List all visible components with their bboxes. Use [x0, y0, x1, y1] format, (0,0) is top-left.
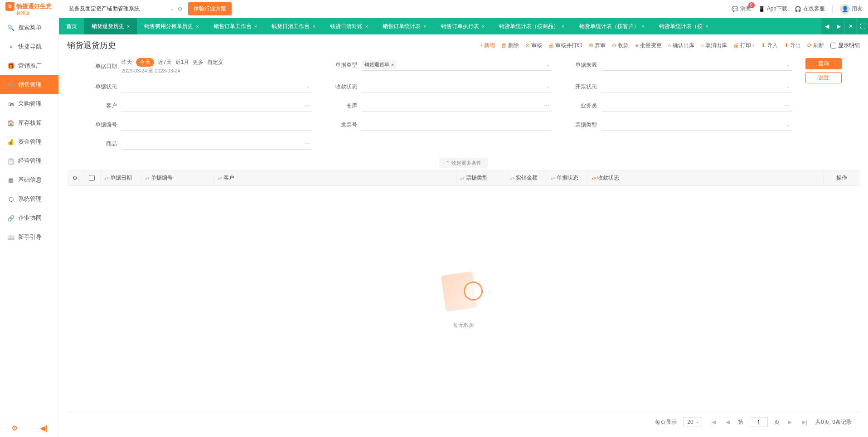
filter-product[interactable]: 商品 ⋯: [85, 137, 312, 151]
sidebar-item-money[interactable]: 💰资金管理: [0, 132, 58, 151]
tab-item[interactable]: 钱货日清工作台×: [264, 18, 322, 34]
tab-home[interactable]: 首页: [59, 18, 84, 34]
prev-page-button[interactable]: ◀: [724, 419, 732, 425]
delete-button[interactable]: 🗑删除: [501, 42, 519, 49]
tab-scroll-right[interactable]: ▶: [833, 18, 844, 34]
show-detail-checkbox[interactable]: 显示明细: [830, 42, 860, 49]
tab-item[interactable]: 销货退货历史×: [84, 18, 137, 34]
filter-invoice-no[interactable]: 发票号: [325, 118, 552, 131]
sidebar-item-compass[interactable]: ✧快捷导航: [0, 37, 58, 56]
tab-fullscreen[interactable]: ⛶: [856, 18, 868, 34]
filter-receive-status[interactable]: 收款状态 ⌄: [325, 80, 552, 93]
gear-icon[interactable]: ⚙: [178, 6, 183, 12]
column-bill-status[interactable]: ▴▾单据状态: [547, 170, 588, 185]
print-button[interactable]: 🖨打印▾: [733, 42, 755, 49]
try-industry-button[interactable]: 体验行业方案: [188, 2, 232, 15]
close-icon[interactable]: ×: [423, 24, 426, 29]
filter-bill-status[interactable]: 单据状态 ⌄: [85, 80, 312, 93]
sidebar-item-gift[interactable]: 🎁营销推广: [0, 56, 58, 75]
close-icon[interactable]: ×: [365, 24, 368, 29]
settings-icon[interactable]: ⚙: [11, 424, 18, 432]
filter-customer[interactable]: 客户 ⋯: [85, 99, 312, 112]
confirm-outbound-button[interactable]: ⌂确认出库: [668, 42, 694, 49]
invoice-no-input[interactable]: [362, 119, 552, 131]
audit-print-button[interactable]: 🖨审核并打印: [548, 42, 582, 49]
online-service-button[interactable]: 🎧 在线客服: [795, 5, 825, 13]
filter-warehouse[interactable]: 仓库 ⋯: [325, 99, 552, 112]
sidebar-item-clipboard[interactable]: 📋经营管理: [0, 151, 58, 170]
settings-button[interactable]: 设置: [805, 72, 842, 83]
refresh-button[interactable]: ⟳刷新: [807, 42, 824, 49]
filter-ticket-type[interactable]: 票据类型 ⌄: [565, 118, 792, 131]
close-icon[interactable]: ×: [127, 24, 130, 29]
tab-item[interactable]: 销售费用分摊单历史×: [137, 18, 206, 34]
tab-item[interactable]: 销货单统计表（按客户）×: [572, 18, 652, 34]
filter-salesman[interactable]: 业务员 ⋯: [565, 99, 792, 112]
date-more[interactable]: 更多: [193, 58, 204, 66]
tab-item[interactable]: 销售订单执行表×: [434, 18, 492, 34]
column-customer[interactable]: ▴▾客户: [214, 170, 456, 185]
date-last7[interactable]: 近7天: [158, 58, 172, 66]
sidebar-item-grid[interactable]: ▦基础信息: [0, 170, 58, 189]
per-page-select[interactable]: 20: [683, 417, 702, 427]
add-button[interactable]: +新增: [480, 42, 495, 49]
next-page-button[interactable]: ▶: [786, 419, 794, 425]
sidebar-item-hexagon[interactable]: ⬡系统管理: [0, 189, 58, 209]
column-bill-no[interactable]: ▴▾单据编号: [141, 170, 214, 185]
sidebar-item-link[interactable]: 🔗企业协同: [0, 209, 58, 228]
export-button[interactable]: ⬆导出: [784, 42, 801, 49]
tab-item[interactable]: 销售订单统计表×: [375, 18, 433, 34]
tab-scroll-left[interactable]: ◀: [821, 18, 833, 34]
collapse-sidebar-icon[interactable]: ◀|: [40, 424, 47, 432]
cancel-outbound-button[interactable]: ⌂取消出库: [701, 42, 727, 49]
close-icon[interactable]: ×: [196, 24, 199, 29]
close-icon[interactable]: ×: [642, 24, 645, 29]
first-page-button[interactable]: |◀: [708, 419, 718, 425]
column-select-all[interactable]: [83, 170, 101, 185]
page-input[interactable]: [750, 417, 768, 427]
close-icon[interactable]: ×: [482, 24, 485, 29]
user-menu[interactable]: 👤 用友: [840, 4, 863, 14]
sidebar-item-warehouse[interactable]: 🏠库存核算: [0, 113, 58, 132]
date-custom[interactable]: 自定义: [207, 58, 223, 66]
close-icon[interactable]: ×: [562, 24, 564, 29]
column-ticket-type[interactable]: ▴▾票据类型: [456, 170, 506, 185]
close-icon[interactable]: ×: [391, 62, 394, 68]
column-settings[interactable]: ⚙: [67, 170, 83, 185]
bill-type-chip[interactable]: 销货退货单×: [362, 60, 397, 69]
column-real-amount[interactable]: ▴▾实销金额: [506, 170, 547, 185]
sidebar-item-cart[interactable]: 🛒销售管理: [0, 75, 58, 94]
abandon-button[interactable]: ⊗弃审: [589, 42, 606, 49]
import-button[interactable]: ⬇导入: [761, 42, 778, 49]
filter-invoice-status[interactable]: 开票状态 ⌄: [565, 80, 792, 93]
tab-item[interactable]: 销货单统计表（按×: [652, 18, 715, 34]
close-icon[interactable]: ×: [254, 24, 257, 29]
collapse-filters-button[interactable]: ⌃ 收起更多条件: [439, 158, 488, 168]
close-icon[interactable]: ×: [312, 24, 315, 29]
date-last-month[interactable]: 近1月: [175, 58, 189, 66]
filter-bill-type[interactable]: 单据类型 销货退货单× ⌄: [325, 58, 552, 72]
batch-change-button[interactable]: ≡批量变更: [635, 42, 661, 49]
audit-button[interactable]: ⊘审核: [525, 42, 542, 49]
message-button[interactable]: 💬 消息 6: [732, 5, 751, 13]
column-receive-status[interactable]: ▴▾收款状态: [588, 170, 824, 185]
query-button[interactable]: 查询: [805, 58, 842, 69]
date-today[interactable]: 今天: [136, 58, 154, 67]
sidebar-item-search[interactable]: 🔍搜索菜单: [0, 18, 58, 37]
close-icon[interactable]: ×: [705, 24, 708, 29]
sidebar-item-bag[interactable]: 🛍采购管理: [0, 94, 58, 113]
tab-item[interactable]: 销货单统计表（按商品）×: [492, 18, 572, 34]
tab-item[interactable]: 钱货日清对账×: [323, 18, 375, 34]
filter-bill-source[interactable]: 单据来源 ⌄: [565, 58, 792, 72]
filter-bill-no[interactable]: 单据编号: [85, 118, 312, 131]
system-selector[interactable]: 装备及固定资产辅助管理系统 ⌄: [69, 5, 174, 13]
sidebar-item-book[interactable]: 📖新手引导: [0, 228, 58, 247]
tab-item[interactable]: 销售订单工作台×: [206, 18, 264, 34]
select-all-checkbox[interactable]: [89, 175, 95, 181]
column-bill-date[interactable]: ▴▾单据日期: [101, 170, 141, 185]
date-yesterday[interactable]: 昨天: [121, 58, 132, 66]
bill-no-input[interactable]: [121, 119, 312, 131]
tab-close-all[interactable]: ✕: [844, 18, 856, 34]
receive-button[interactable]: ⊙收款: [612, 42, 629, 49]
app-download-button[interactable]: 📱 App下载: [758, 5, 787, 13]
